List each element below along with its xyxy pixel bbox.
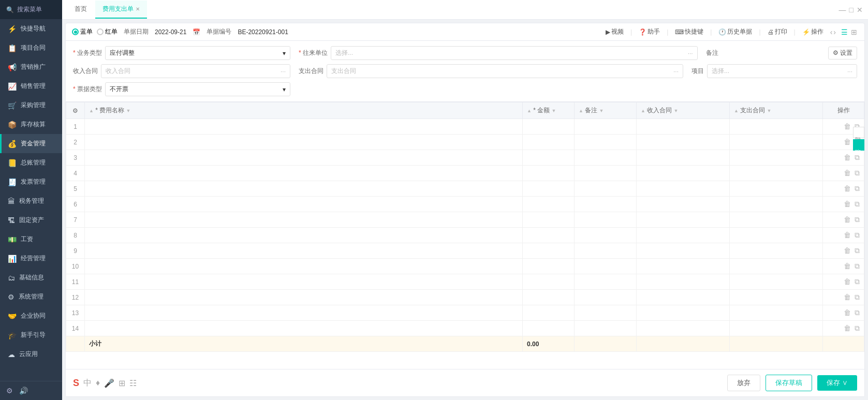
row-delete-btn[interactable]: 🗑 bbox=[844, 153, 851, 161]
tab-close-expense[interactable]: ✕ bbox=[136, 6, 140, 12]
shortcut-btn[interactable]: ⌨ 快捷键 bbox=[672, 26, 706, 37]
row-note[interactable] bbox=[575, 243, 637, 259]
sidebar-item-newbie[interactable]: 🎓新手引导 bbox=[0, 325, 62, 345]
row-note[interactable] bbox=[575, 212, 637, 228]
row-name[interactable] bbox=[85, 274, 523, 290]
row-expense-contract[interactable] bbox=[730, 228, 823, 243]
row-name[interactable] bbox=[85, 243, 523, 259]
row-delete-btn[interactable]: 🗑 bbox=[844, 169, 851, 177]
row-income-contract[interactable] bbox=[637, 119, 730, 135]
row-copy-btn[interactable]: ⧉ bbox=[855, 231, 860, 239]
invoice-type-select[interactable]: 不开票 ▾ bbox=[105, 82, 290, 96]
row-income-contract[interactable] bbox=[637, 166, 730, 181]
row-copy-btn[interactable]: ⧉ bbox=[855, 262, 860, 270]
calendar-icon[interactable]: 📅 bbox=[193, 28, 200, 36]
date-value[interactable]: 2022-09-21 bbox=[155, 28, 186, 36]
tab-home[interactable]: 首页 bbox=[67, 1, 94, 19]
row-amount[interactable] bbox=[523, 119, 575, 135]
volume-icon[interactable]: 🔊 bbox=[19, 387, 28, 395]
save-draft-button[interactable]: 保存草稿 bbox=[766, 375, 812, 391]
sidebar-item-project-contract[interactable]: 📋项目合同 bbox=[0, 38, 62, 57]
row-income-contract[interactable] bbox=[637, 212, 730, 228]
next-arrow[interactable]: › bbox=[833, 28, 836, 36]
settings-button[interactable]: ⚙ 设置 bbox=[828, 47, 857, 60]
row-name[interactable] bbox=[85, 228, 523, 243]
row-expense-contract[interactable] bbox=[730, 305, 823, 321]
row-name[interactable] bbox=[85, 166, 523, 181]
row-income-contract[interactable] bbox=[637, 181, 730, 197]
row-note[interactable] bbox=[575, 321, 637, 336]
row-delete-btn[interactable]: 🗑 bbox=[844, 277, 851, 286]
row-name[interactable] bbox=[85, 119, 523, 135]
row-income-contract[interactable] bbox=[637, 321, 730, 336]
sidebar-item-base[interactable]: 🗂基础信息 bbox=[0, 268, 62, 287]
window-maximize[interactable]: □ bbox=[849, 6, 854, 14]
row-amount[interactable] bbox=[523, 197, 575, 212]
zhong-icon[interactable]: 中 bbox=[83, 378, 92, 389]
row-amount[interactable] bbox=[523, 305, 575, 321]
mic-icon[interactable]: 🎤 bbox=[104, 378, 114, 388]
row-expense-contract[interactable] bbox=[730, 181, 823, 197]
counterpart-select[interactable]: 选择... ··· bbox=[331, 46, 698, 60]
row-amount[interactable] bbox=[523, 274, 575, 290]
sidebar-item-tax[interactable]: 🏛税务管理 bbox=[0, 191, 62, 211]
row-expense-contract[interactable] bbox=[730, 135, 823, 150]
row-name[interactable] bbox=[85, 321, 523, 336]
row-amount[interactable] bbox=[523, 228, 575, 243]
sidebar-item-quick-nav[interactable]: ⚡快捷导航 bbox=[0, 19, 62, 38]
sidebar-item-cloud[interactable]: ☁云应用 bbox=[0, 345, 62, 364]
sidebar-item-purchase[interactable]: 🛒采购管理 bbox=[0, 96, 62, 115]
row-copy-btn[interactable]: ⧉ bbox=[855, 215, 860, 224]
row-delete-btn[interactable]: 🗑 bbox=[844, 324, 851, 332]
row-income-contract[interactable] bbox=[637, 135, 730, 150]
sidebar-item-inventory[interactable]: 📦库存核算 bbox=[0, 115, 62, 134]
row-note[interactable] bbox=[575, 166, 637, 181]
expense-contract-select[interactable]: 支出合同 ··· bbox=[327, 64, 683, 78]
sidebar-item-enterprise[interactable]: 🤝企业协同 bbox=[0, 306, 62, 325]
row-copy-btn[interactable]: ⧉ bbox=[855, 324, 860, 332]
sidebar-item-invoice[interactable]: 🧾发票管理 bbox=[0, 172, 62, 191]
row-delete-btn[interactable]: 🗑 bbox=[844, 308, 851, 317]
row-amount[interactable] bbox=[523, 259, 575, 274]
row-expense-contract[interactable] bbox=[730, 166, 823, 181]
row-income-contract[interactable] bbox=[637, 259, 730, 274]
row-expense-contract[interactable] bbox=[730, 274, 823, 290]
row-delete-btn[interactable]: 🗑 bbox=[844, 293, 851, 301]
row-income-contract[interactable] bbox=[637, 197, 730, 212]
row-income-contract[interactable] bbox=[637, 228, 730, 243]
row-name[interactable] bbox=[85, 305, 523, 321]
row-delete-btn[interactable]: 🗑 bbox=[844, 231, 851, 239]
row-copy-btn[interactable]: ⧉ bbox=[855, 169, 860, 177]
settings-icon[interactable]: ⚙ bbox=[6, 387, 13, 395]
sidebar-item-assets[interactable]: 🏗固定资产 bbox=[0, 211, 62, 230]
row-delete-btn[interactable]: 🗑 bbox=[844, 215, 851, 224]
amount-col-header[interactable]: ▲ * 金额 ▼ bbox=[523, 102, 575, 119]
row-name[interactable] bbox=[85, 259, 523, 274]
row-amount[interactable] bbox=[523, 166, 575, 181]
list-view-btn[interactable]: ☰ bbox=[840, 27, 849, 37]
row-copy-btn[interactable]: ⧉ bbox=[855, 246, 860, 255]
grid-icon[interactable]: ⊞ bbox=[119, 378, 125, 388]
income-contract-col-header[interactable]: ▲ 收入合同 ▼ bbox=[637, 102, 730, 119]
window-close[interactable]: ✕ bbox=[857, 6, 863, 14]
gear-col-header[interactable]: ⚙ bbox=[66, 102, 85, 119]
menu-icon[interactable]: ☷ bbox=[129, 378, 137, 388]
row-expense-contract[interactable] bbox=[730, 290, 823, 305]
row-copy-btn[interactable]: ⧉ bbox=[855, 277, 860, 286]
row-delete-btn[interactable]: 🗑 bbox=[844, 184, 851, 192]
row-expense-contract[interactable] bbox=[730, 212, 823, 228]
sidebar-item-accounting[interactable]: 📒总账管理 bbox=[0, 153, 62, 172]
row-note[interactable] bbox=[575, 181, 637, 197]
sidebar-search[interactable]: 🔍 搜索菜单 bbox=[0, 0, 62, 19]
action-btn[interactable]: ⚡ 操作 bbox=[800, 26, 826, 37]
counterpart-dots[interactable]: ··· bbox=[688, 50, 693, 57]
row-expense-contract[interactable] bbox=[730, 321, 823, 336]
note-col-header[interactable]: ▲ 备注 ▼ bbox=[575, 102, 637, 119]
row-note[interactable] bbox=[575, 197, 637, 212]
income-contract-select[interactable]: 收入合同 ··· bbox=[101, 64, 290, 78]
row-name[interactable] bbox=[85, 212, 523, 228]
row-note[interactable] bbox=[575, 259, 637, 274]
row-name[interactable] bbox=[85, 290, 523, 305]
window-minimize[interactable]: — bbox=[839, 6, 846, 14]
row-amount[interactable] bbox=[523, 290, 575, 305]
